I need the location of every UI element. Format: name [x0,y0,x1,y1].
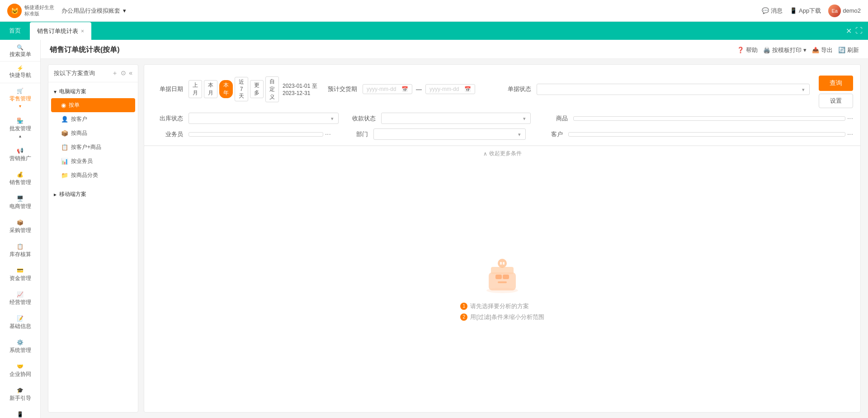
customer-select[interactable] [568,132,845,137]
doc-status-select[interactable] [537,84,810,95]
query-btn[interactable]: 查询 [819,76,853,91]
expected-date-control: yyyy-mm-dd 📅 — yyyy-mm-dd 📅 [363,84,494,94]
payment-select[interactable] [381,113,531,124]
date-range-display: 2023-01-01 至 2023-12-31 [283,82,320,96]
expected-date-start[interactable]: yyyy-mm-dd 📅 [363,84,412,94]
sidebar-item-operations[interactable]: 📈 经营管理 [0,287,40,311]
topbar-right: 💬 消息 📱 App下载 Ea demo2 [762,5,861,17]
scheme-group-mobile-title[interactable]: ▸ 移动端方案 [48,188,138,201]
goods-select[interactable] [573,116,845,121]
this-year-btn[interactable]: 本年 [219,80,233,98]
sidebar-item-finance[interactable]: 💳 资金管理 [0,263,40,287]
doc-status-chevron [802,86,805,93]
sidebar-item-basicinfo[interactable]: 📝 基础信息 [0,311,40,335]
minimize-btn[interactable]: ✕ [846,27,852,35]
tab-home[interactable]: 首页 [0,22,30,40]
collapse-scheme-btn[interactable]: « [129,69,132,77]
expected-date-end[interactable]: yyyy-mm-dd 📅 [425,84,475,94]
settings-btn[interactable]: 设置 [819,94,853,108]
salesperson-dots-btn[interactable]: ··· [325,130,331,138]
scheme-item-by-goods[interactable]: 📦 按商品 [48,126,138,140]
message-btn[interactable]: 💬 消息 [762,7,783,15]
scheme-item-by-salesperson[interactable]: 📊 按业务员 [48,154,138,168]
more-btn[interactable]: 更多 [250,80,264,98]
edit-scheme-btn[interactable]: ⊙ [121,69,126,77]
wholesale-arrow: ▴ [19,133,21,138]
page-title: 销售订单统计表(按单) [50,45,120,55]
collapse-row: ∧ 收起更多条件 [144,146,860,161]
dept-select[interactable] [373,128,526,140]
calendar-end-icon: 📅 [464,86,471,92]
export-btn[interactable]: 📤 导出 [812,46,833,54]
scheme-header-actions: ＋ ⊙ « [112,69,132,77]
mobile-icon: 📱 [790,7,797,14]
template-print-btn[interactable]: 🖨️ 按模板打印 ▾ [763,46,807,54]
sidebar-item-wholesale[interactable]: 🏪 批发管理 ▴ [0,113,40,143]
tab-active[interactable]: 销售订单统计表 × [30,22,91,40]
refresh-btn[interactable]: 🔄 刷新 [838,46,859,54]
filter-row-2: 出库状态 收款状态 商品 [151,113,853,124]
sales-icon: 💰 [17,171,24,178]
collapse-btn[interactable]: ∧ 收起更多条件 [483,150,522,157]
scheme-group-desktop: ▾ 电脑端方案 ◉ 按单 👤 按客户 📦 按 [48,82,138,185]
sidebar-search[interactable]: 🔍 搜索菜单 [0,40,40,62]
customer-scheme-icon: 👤 [61,116,68,123]
content-area: 按以下方案查询 ＋ ⊙ « ▾ 电脑端方案 ◉ [41,59,868,418]
order-scheme-icon: ◉ [61,102,66,109]
customer-dots-btn[interactable]: ··· [847,130,853,138]
inventory-icon: 📋 [17,243,24,250]
add-scheme-btn[interactable]: ＋ [112,69,118,77]
sidebar-item-newbie[interactable]: 🎓 新手引导 [0,383,40,407]
sidebar-item-marketing[interactable]: 📢 营销推广 [0,143,40,167]
app-download-btn[interactable]: 📱 App下载 [790,7,821,15]
purchase-icon: 📦 [17,219,24,226]
basicinfo-icon: 📝 [17,315,24,322]
sidebar-item-enterprise[interactable]: 🤝 企业协同 [0,359,40,383]
help-btn[interactable]: ❓ 帮助 [737,46,758,54]
custom-btn[interactable]: 自定义 [265,76,279,102]
last7days-btn[interactable]: 近7天 [235,77,248,101]
last-month-btn[interactable]: 上月 [189,80,202,98]
retail-icon: 🛒 [17,88,24,94]
scheme-item-by-order[interactable]: ◉ 按单 [51,98,135,112]
export-icon: 📤 [812,47,819,53]
avatar: Ea [828,5,841,17]
scheme-item-by-customer-goods[interactable]: 📋 按客户+商品 [48,140,138,154]
quicknav-icon: ⚡ [4,65,37,71]
ecommerce-icon: 🖥️ [17,195,24,202]
scheme-group-desktop-title[interactable]: ▾ 电脑端方案 [48,85,138,98]
action-btns: 查询 设置 [819,70,853,108]
wholesale-icon: 🏪 [17,118,24,124]
goods-dots-btn[interactable]: ··· [847,114,853,123]
content-inner: 按以下方案查询 ＋ ⊙ « ▾ 电脑端方案 ◉ [48,64,861,413]
maximize-btn[interactable]: ⛶ [855,27,863,35]
sidebar-item-sales[interactable]: 💰 销售管理 [0,167,40,191]
user-btn[interactable]: Ea demo2 [828,5,861,17]
sidebar-item-purchase[interactable]: 📦 采购管理 [0,215,40,239]
payment-chevron [523,115,526,122]
sidebar-item-retail[interactable]: 🛒 零售管理 ▾ [0,83,40,113]
sidebar-item-ecommerce[interactable]: 🖥️ 电商管理 [0,191,40,215]
finance-icon: 💳 [17,267,24,274]
tab-close-btn[interactable]: × [81,28,84,34]
cg-scheme-icon: 📋 [61,144,68,151]
date-quick-btns: 上月 本月 本年 近7天 更多 自定义 [189,76,279,102]
salesperson-select[interactable] [189,132,323,137]
category-scheme-icon: 📁 [61,172,68,179]
help-icon: ❓ [737,47,744,53]
scheme-item-by-category[interactable]: 📁 按商品分类 [48,168,138,182]
tabbar: 首页 销售订单统计表 × ✕ ⛶ [0,22,868,40]
scheme-item-by-customer[interactable]: 👤 按客户 [48,112,138,126]
this-month-btn[interactable]: 本月 [204,80,217,98]
sidebar-item-system[interactable]: ⚙️ 系统管理 [0,335,40,359]
sidebar-quicknav[interactable]: ⚡ 快捷导航 [0,62,40,83]
industry-title[interactable]: 办公用品行业模拟账套 ▾ [61,7,762,15]
sidebar-item-inventory[interactable]: 📋 库存核算 [0,239,40,263]
svg-rect-5 [498,281,507,283]
enterprise-icon: 🤝 [17,363,24,370]
layout: 🔍 搜索菜单 ⚡ 快捷导航 🛒 零售管理 ▾ 🏪 批发管理 ▴ 📢 营销推广 💰… [0,40,868,418]
shipment-chevron [331,115,334,122]
shipment-select[interactable] [189,113,339,124]
empty-svg [475,250,529,295]
sidebar-item-appcenter[interactable]: 📱 应用中心 [0,407,40,418]
